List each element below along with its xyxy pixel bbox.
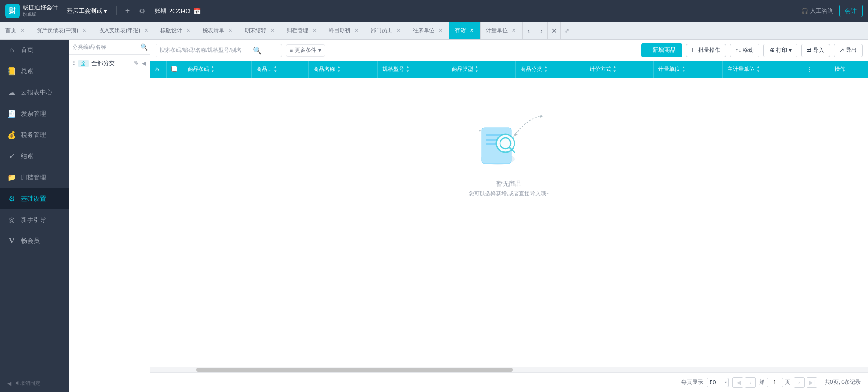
tab-inventory[interactable]: 存货 ✕ [449, 22, 481, 40]
invoice-icon: 🧾 [7, 109, 16, 118]
tab-label: 模版设计 [160, 27, 182, 34]
page-number-input[interactable] [767, 378, 783, 387]
sort-arrows[interactable]: ▲ ▼ [406, 66, 410, 73]
sidebar-unpin-button[interactable]: ◀ ◀ 取消固定 [0, 374, 69, 392]
company-selector[interactable]: 基层工会测试 ▾ [63, 5, 111, 17]
tab-label: 计量单位 [486, 27, 508, 34]
import-button[interactable]: ⇄ 导入 [801, 44, 830, 57]
tab-close-icon[interactable]: ✕ [269, 28, 275, 34]
period-section: 账期 2023-03 📅 [155, 7, 201, 15]
tab-scroll-left[interactable]: ‹ [523, 22, 535, 40]
sidebar-item-tax[interactable]: 💰 税务管理 [0, 124, 69, 146]
tab-label: 部门员工 [371, 27, 392, 34]
tab-tax-table[interactable]: 税表清单 ✕ [197, 22, 239, 40]
batch-ops-button[interactable]: ☐ 批量操作 [686, 44, 726, 57]
move-button[interactable]: ↑↓ 移动 [730, 44, 760, 57]
collapse-panel-icon[interactable]: ◀ [142, 60, 146, 66]
gear-icon: ⚙ [155, 66, 160, 73]
sidebar-item-invoice[interactable]: 🧾 发票管理 [0, 103, 69, 124]
tab-home[interactable]: 首页 ✕ [0, 22, 31, 40]
sort-arrows[interactable]: ▲ ▼ [613, 66, 617, 73]
search-icon[interactable]: 🔍 [140, 43, 148, 51]
all-categories[interactable]: ⠿ 全 全部分类 ✎ ◀ [69, 55, 150, 72]
sort-arrows[interactable]: ▲ ▼ [544, 66, 547, 73]
sort-arrows[interactable]: ▲ ▼ [337, 66, 340, 73]
tab-close-icon[interactable]: ✕ [143, 28, 149, 34]
th-settings[interactable]: ⚙ [150, 61, 166, 78]
tab-close-icon[interactable]: ✕ [19, 28, 25, 34]
more-filter-button[interactable]: ≡ 更多条件 ▾ [286, 44, 325, 57]
tab-template-design[interactable]: 模版设计 ✕ [155, 22, 197, 40]
tab-close-icon[interactable]: ✕ [81, 28, 87, 34]
sidebar-item-settings[interactable]: ⚙ 基础设置 [0, 188, 69, 209]
tab-balance-sheet[interactable]: 资产负债表(中期) ✕ [31, 22, 93, 40]
add-tab-button[interactable]: + [122, 5, 133, 16]
sort-arrows[interactable]: ▲ ▼ [682, 66, 685, 73]
account-button[interactable]: 会计 [839, 5, 863, 17]
th-main-unit: 主计量单位 ▲ ▼ [723, 61, 802, 78]
filter-icon: ≡ [290, 47, 293, 53]
tab-label: 往来单位 [413, 27, 434, 34]
tab-close-icon[interactable]: ✕ [353, 28, 359, 34]
tab-dept-staff[interactable]: 部门员工 ✕ [365, 22, 407, 40]
sidebar-label: 云报表中心 [21, 89, 52, 97]
sidebar-label: 首页 [21, 46, 33, 54]
category-tag: 全 [78, 60, 89, 67]
tab-close-icon[interactable]: ✕ [185, 28, 191, 34]
sidebar-item-guide[interactable]: ◎ 新手引导 [0, 209, 69, 231]
table-header-row: ⚙ 商品条码 ▲ [150, 61, 868, 78]
add-product-button[interactable]: + 新增商品 [641, 43, 682, 57]
sort-arrows[interactable]: ▲ ▼ [274, 66, 277, 73]
select-all-checkbox[interactable] [171, 66, 177, 72]
tab-close-icon[interactable]: ✕ [227, 28, 233, 34]
sort-arrows[interactable]: ▲ ▼ [211, 66, 215, 73]
tab-income-statement[interactable]: 收入支出表(年报) ✕ [93, 22, 155, 40]
th-checkbox[interactable] [166, 61, 183, 78]
tab-archive-mgmt[interactable]: 归档管理 ✕ [281, 22, 323, 40]
tab-label: 期末结转 [245, 27, 266, 34]
scroll-thumb[interactable] [196, 368, 513, 372]
sidebar-item-ledger[interactable]: 📒 总账 [0, 61, 69, 82]
sort-arrows[interactable]: ▲ ▼ [475, 66, 479, 73]
drag-icon: ⠿ [72, 61, 75, 66]
print-button[interactable]: 🖨 打印 ▾ [763, 44, 797, 57]
sort-arrows[interactable]: ▲ ▼ [756, 66, 760, 73]
tax-icon: 💰 [7, 131, 16, 139]
search-icon[interactable]: 🔍 [253, 46, 262, 55]
guide-icon: ◎ [7, 216, 16, 224]
tab-close-icon[interactable]: ✕ [468, 28, 475, 34]
tab-close-icon[interactable]: ✕ [395, 28, 401, 34]
sidebar-item-archive[interactable]: 📁 归档管理 [0, 167, 69, 188]
tab-close-icon[interactable]: ✕ [510, 28, 517, 34]
tab-period-transfer[interactable]: 期末结转 ✕ [239, 22, 281, 40]
tab-measurement[interactable]: 计量单位 ✕ [481, 22, 523, 40]
tab-label: 资产负债表(中期) [37, 27, 78, 34]
sidebar-item-reports[interactable]: ☁ 云报表中心 [0, 82, 69, 103]
tab-close-icon[interactable]: ✕ [437, 28, 443, 34]
th-product-name: 商品名称 ▲ ▼ [309, 61, 378, 78]
prev-page-button[interactable]: ‹ [745, 377, 756, 388]
category-search-input[interactable] [72, 44, 140, 50]
tab-scroll-right[interactable]: › [535, 22, 548, 40]
th-spec: 规格型号 ▲ ▼ [377, 61, 447, 78]
export-button[interactable]: ↗ 导出 [834, 44, 863, 57]
tab-expand[interactable]: ⤢ [561, 22, 573, 40]
horizontal-scrollbar[interactable] [150, 367, 868, 372]
sidebar-item-home[interactable]: ⌂ 首页 [0, 40, 69, 61]
tab-close-icon[interactable]: ✕ [311, 28, 317, 34]
sidebar-item-closing[interactable]: ✓ 结账 [0, 146, 69, 167]
last-page-button[interactable]: ▶| [807, 377, 817, 388]
next-page-button[interactable]: › [794, 377, 805, 388]
tab-subject-init[interactable]: 科目期初 ✕ [323, 22, 365, 40]
edit-icon[interactable]: ✎ [134, 60, 139, 67]
tab-contacts[interactable]: 往来单位 ✕ [407, 22, 449, 40]
tab-close-all[interactable]: ✕ [548, 22, 561, 40]
calendar-icon[interactable]: 📅 [193, 8, 201, 14]
first-page-button[interactable]: |◀ [732, 377, 743, 388]
sidebar-item-member[interactable]: V 畅会员 [0, 231, 69, 251]
product-search-input[interactable] [160, 47, 250, 53]
inner-layout: 🔍 ⠿ 全 全部分类 ✎ ◀ 🔍 [69, 40, 868, 392]
help-button[interactable]: 🎧 人工咨询 [801, 7, 834, 15]
settings-button[interactable]: ⚙ [137, 5, 147, 16]
page-size-select[interactable]: 50 10 20 100 [707, 378, 729, 387]
